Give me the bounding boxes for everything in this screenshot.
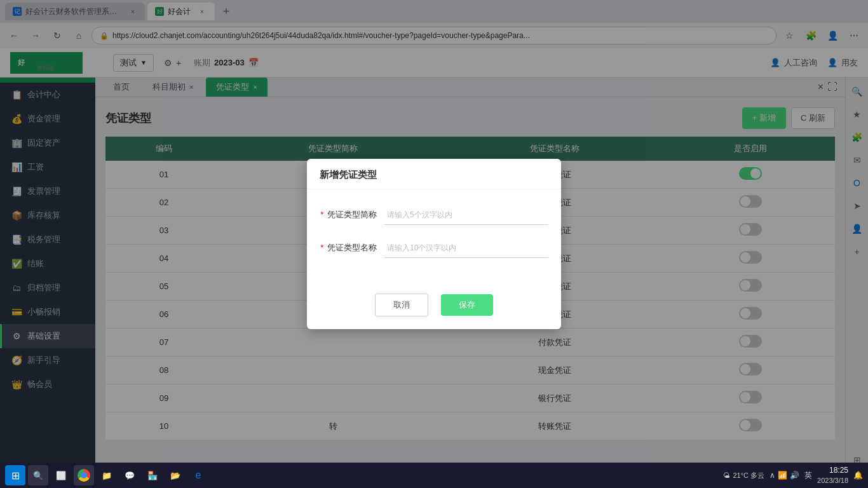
taskbar-right: 🌤 21°C 多云 ∧ 📶 🔊 英 18:25 2023/3/18 🔔: [723, 465, 863, 485]
save-button[interactable]: 保存: [441, 294, 493, 316]
dialog-header: 新增凭证类型: [307, 159, 561, 189]
taskbar-wechat-icon[interactable]: 💬: [119, 465, 140, 485]
cancel-button[interactable]: 取消: [375, 294, 428, 316]
taskbar-tray: ∧ 📶 🔊: [770, 471, 799, 480]
required-mark-2: *: [320, 243, 323, 252]
short-name-label: * 凭证类型简称: [320, 209, 377, 220]
taskbar: ⊞ 🔍 ⬜ 📁 💬 🏪 📂 e 🌤 21°C 多云 ∧ 📶 🔊 英 18:25 …: [0, 463, 868, 488]
taskbar-multitask-icon[interactable]: ⬜: [51, 465, 71, 485]
form-row-fullname: * 凭证类型名称: [320, 238, 548, 258]
start-button[interactable]: ⊞: [5, 465, 25, 485]
taskbar-search-icon[interactable]: 🔍: [28, 465, 48, 485]
clock-date: 2023/3/18: [817, 476, 848, 485]
form-row-short: * 凭证类型简称: [320, 205, 548, 225]
dialog-overlay: 新增凭证类型 * 凭证类型简称 * 凭证类型名称 取消 保存: [0, 0, 868, 488]
windows-icon: ⊞: [11, 470, 20, 482]
clock-time: 18:25: [817, 465, 848, 476]
taskbar-files-icon[interactable]: 📂: [165, 465, 186, 485]
weather-text: 21°C 多云: [733, 471, 764, 480]
short-name-input[interactable]: [384, 205, 548, 225]
taskbar-explorer-icon[interactable]: 📁: [97, 465, 117, 485]
tray-arrow-icon[interactable]: ∧: [770, 471, 775, 480]
dialog-body: * 凭证类型简称 * 凭证类型名称: [307, 189, 561, 286]
taskbar-edge-icon[interactable]: e: [188, 465, 208, 485]
full-name-input[interactable]: [384, 238, 548, 258]
required-mark-1: *: [320, 210, 323, 219]
wifi-icon: 📶: [778, 471, 787, 480]
weather-icon: 🌤: [723, 471, 730, 479]
weather-info: 🌤 21°C 多云: [723, 471, 764, 480]
taskbar-clock[interactable]: 18:25 2023/3/18: [817, 465, 848, 485]
dialog-footer: 取消 保存: [307, 286, 561, 329]
full-name-label: * 凭证类型名称: [320, 242, 377, 254]
volume-icon: 🔊: [790, 471, 799, 480]
dialog-title: 新增凭证类型: [320, 169, 377, 180]
taskbar-items: 🔍 ⬜ 📁 💬 🏪 📂 e: [28, 465, 723, 485]
taskbar-store-icon[interactable]: 🏪: [142, 465, 163, 485]
add-voucher-dialog: 新增凭证类型 * 凭证类型简称 * 凭证类型名称 取消 保存: [307, 159, 561, 329]
lang-indicator: 英: [804, 470, 812, 481]
taskbar-chrome-icon[interactable]: [74, 465, 94, 485]
notification-icon[interactable]: 🔔: [853, 471, 863, 480]
